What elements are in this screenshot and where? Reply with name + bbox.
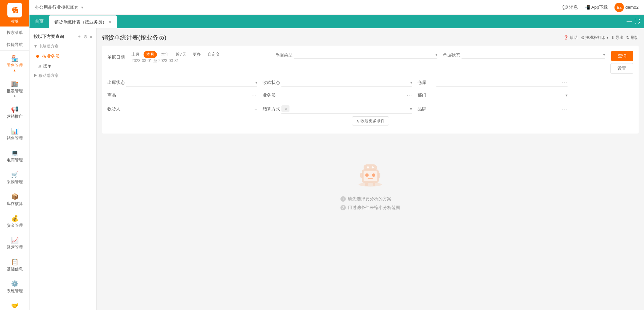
warehouse-dots[interactable]: ··· <box>562 80 568 85</box>
date-btn-last-month[interactable]: 上月 <box>129 51 142 58</box>
consignee-input[interactable] <box>126 105 252 113</box>
tab-home-label: 首页 <box>35 18 44 24</box>
svg-rect-7 <box>378 173 380 178</box>
sidebar-item-inventory[interactable]: 📦 库存核算 <box>0 189 29 211</box>
sidebar-item-sales-label: 销售管理 <box>7 136 23 141</box>
print-icon: 🖨 <box>580 35 584 40</box>
tree-item-by-order[interactable]: ⊞ 按单 <box>30 61 96 71</box>
tab-minimize-icon[interactable]: — <box>627 18 632 24</box>
empty-steps: 1 请先选择要分析的方案 2 用过滤条件来缩小分析范围 <box>340 195 400 212</box>
sidebar-item-corp[interactable]: 🤝 企业协同 <box>0 298 29 310</box>
sidebar-item-basic[interactable]: 📋 基础信息 <box>0 254 29 276</box>
logo-text: 标版 <box>11 19 18 24</box>
panel-add-icon[interactable]: ＋ <box>77 34 82 40</box>
finance-icon: 💰 <box>11 215 18 222</box>
tab-maximize-icon[interactable]: ⛶ <box>635 18 640 24</box>
svg-rect-10 <box>364 164 377 170</box>
tab-sales-stat[interactable]: 销货单统计表（按业务员） × <box>49 15 117 29</box>
sidebar: 畅 标版 搜索菜单 快捷导航 🏪 零售管理 ▲ 🏬 批发管理 ▲ 📢 营销推广 … <box>0 0 30 310</box>
retail-icon: 🏪 <box>11 55 18 62</box>
date-btn-more[interactable]: 更多 <box>190 51 204 58</box>
template-print-label: 按模板打印 <box>585 35 605 41</box>
sidebar-item-system[interactable]: ⚙️ 系统管理 <box>0 276 29 298</box>
dept-label: 部门 <box>418 92 436 98</box>
date-btn-this-year[interactable]: 本年 <box>158 51 172 58</box>
sidebar-item-wholesale[interactable]: 🏬 批发管理 ▲ <box>0 76 29 102</box>
export-label: 导出 <box>615 35 624 41</box>
username-label: demo2 <box>625 5 639 10</box>
payment-tag-close[interactable]: × <box>285 106 287 111</box>
download-icon: 📲 <box>585 5 590 10</box>
topbar-message[interactable]: 💬 消息 <box>562 4 578 10</box>
empty-illustration <box>354 158 387 188</box>
dept-caret: ▾ <box>566 93 568 98</box>
doc-status-select[interactable]: ▾ <box>462 51 605 59</box>
warehouse-select[interactable]: ··· <box>436 79 568 87</box>
salesman-select[interactable]: ··· <box>281 91 413 99</box>
query-button[interactable]: 查询 <box>611 51 633 61</box>
topbar-user[interactable]: Ea demo2 <box>614 3 639 12</box>
sidebar-item-purchase[interactable]: 🛒 采购管理 <box>0 167 29 189</box>
sidebar-item-marketing[interactable]: 📢 营销推广 <box>0 102 29 123</box>
topbar-download[interactable]: 📲 App下载 <box>585 4 608 10</box>
receipt-status-select[interactable]: ▾ <box>281 79 413 87</box>
ecom-icon: 💻 <box>11 149 18 157</box>
export-icon: ⬇ <box>611 35 614 40</box>
panel-collapse-icon[interactable]: « <box>90 34 92 39</box>
topbar-right: 💬 消息 📲 App下载 Ea demo2 <box>562 3 639 12</box>
settings-button[interactable]: 设置 <box>610 63 633 74</box>
doc-type-select[interactable]: ▾ <box>294 51 437 59</box>
message-icon: 💬 <box>562 5 568 10</box>
content-area: 按以下方案查询 ＋ ⊙ « ▼ 电脑端方案 按业务员 ⊞ 按单 ▶ 移动端方案 <box>30 28 644 310</box>
goods-select[interactable]: ··· <box>126 91 257 99</box>
tabbar: 首页 销货单统计表（按业务员） × — ⛶ <box>30 15 644 28</box>
topbar-dropdown-icon[interactable]: ▾ <box>81 5 83 10</box>
sidebar-item-operation-label: 经营管理 <box>7 245 23 250</box>
left-panel: 按以下方案查询 ＋ ⊙ « ▼ 电脑端方案 按业务员 ⊞ 按单 ▶ 移动端方案 <box>30 28 97 310</box>
svg-rect-9 <box>373 183 375 186</box>
sidebar-item-operation[interactable]: 📈 经营管理 <box>0 232 29 254</box>
topbar-left: 办公用品行业模拟账套 ▾ <box>35 4 83 10</box>
goods-dots[interactable]: ··· <box>252 93 257 98</box>
panel-settings-icon[interactable]: ⊙ <box>84 34 88 39</box>
help-btn[interactable]: ❓ 帮助 <box>564 35 578 41</box>
main-area: 办公用品行业模拟账套 ▾ 💬 消息 📲 App下载 Ea demo2 首页 销货… <box>30 0 644 310</box>
sidebar-quick-nav[interactable]: 快捷导航 <box>0 39 29 51</box>
sidebar-item-finance[interactable]: 💰 资金管理 <box>0 211 29 232</box>
order-icon: ⊞ <box>38 64 41 68</box>
sidebar-item-inventory-label: 库存核算 <box>7 201 23 207</box>
refresh-label: 刷新 <box>631 35 639 41</box>
help-label: 帮助 <box>570 35 578 41</box>
tree-item-by-salesman[interactable]: 按业务员 <box>30 51 96 61</box>
sidebar-item-ecom[interactable]: 💻 电商管理 <box>0 145 29 167</box>
brand-dots[interactable]: ··· <box>562 106 568 111</box>
dept-select[interactable]: ▾ <box>436 92 568 99</box>
collapse-button[interactable]: ∧ 收起更多条件 <box>352 116 389 125</box>
system-icon: ⚙️ <box>11 280 18 288</box>
tab-home[interactable]: 首页 <box>30 15 49 28</box>
basic-icon: 📋 <box>11 258 18 266</box>
sidebar-search-menu[interactable]: 搜索菜单 <box>0 27 29 39</box>
date-range-text: 2023-03-01 至 2023-03-31 <box>131 58 222 64</box>
inventory-icon: 📦 <box>11 193 18 200</box>
sidebar-item-retail[interactable]: 🏪 零售管理 ▲ <box>0 51 29 76</box>
date-btn-7days[interactable]: 近7天 <box>173 51 189 58</box>
help-icon: ❓ <box>564 35 569 40</box>
goods-label: 商品 <box>107 92 126 98</box>
salesman-dots[interactable]: ··· <box>407 93 413 98</box>
sidebar-item-sales[interactable]: 📊 销售管理 <box>0 123 29 145</box>
panel-header-label: 按以下方案查询 <box>34 34 64 40</box>
date-btn-this-month[interactable]: 本月 <box>144 51 157 58</box>
receipt-status-label: 收款状态 <box>263 80 281 86</box>
refresh-btn[interactable]: ↻ 刷新 <box>626 35 639 41</box>
tab-close-icon[interactable]: × <box>109 19 111 25</box>
date-btn-custom[interactable]: 自定义 <box>205 51 222 58</box>
tree-item-order-label: 按单 <box>43 63 52 69</box>
out-status-select[interactable]: ▾ <box>126 79 257 87</box>
consignee-dots[interactable]: ··· <box>254 106 257 111</box>
svg-rect-6 <box>360 173 363 178</box>
export-btn[interactable]: ⬇ 导出 <box>611 35 624 41</box>
brand-select[interactable]: ··· <box>436 105 568 113</box>
template-print-btn[interactable]: 🖨 按模板打印 ▾ <box>580 35 608 41</box>
topbar: 办公用品行业模拟账套 ▾ 💬 消息 📲 App下载 Ea demo2 <box>30 0 644 15</box>
